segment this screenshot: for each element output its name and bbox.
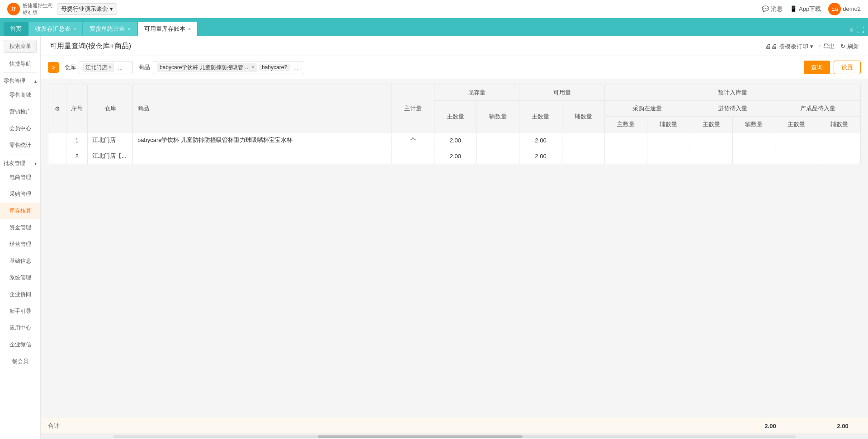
app-download-button[interactable]: App下载 — [790, 5, 821, 13]
template-print-button[interactable]: 🖨 按模板打印 — [765, 42, 813, 51]
cell-available-aux — [562, 132, 604, 148]
warehouse-input[interactable]: 江北门店 × ... — [79, 61, 133, 74]
product-tag2: babycare? — [259, 64, 290, 71]
footer-available-total: 2.00 — [825, 423, 861, 430]
print-icon: 🖨 — [765, 43, 777, 50]
avatar: Ea — [828, 3, 841, 15]
sidebar-item-wholesale[interactable]: 批发管理 — [0, 156, 40, 169]
product-tag-close[interactable]: × — [251, 64, 255, 71]
fullscreen-button[interactable]: ⛶ — [857, 26, 864, 34]
th-current-stock: 现存量 — [434, 85, 519, 101]
sidebar-item-new-guide[interactable]: 新手引导 — [0, 303, 40, 320]
cell-purchase-main — [604, 148, 647, 164]
close-icon[interactable] — [188, 26, 191, 32]
th-purchase-main: 主数量 — [604, 117, 647, 132]
product-input[interactable]: babycare学饮杯 儿童防摔防撞吸管杯重力球吸嘴杯宝宝水杯 × babyca… — [153, 61, 304, 74]
table-body: 1 江北门店 babycare学饮杯 儿童防摔防撞吸管杯重力球吸嘴杯宝宝水杯 个… — [48, 132, 861, 164]
sidebar-item-retail-mall[interactable]: 零售商城 — [0, 87, 40, 104]
cell-finished-main — [775, 148, 818, 164]
sidebar-item-vip[interactable]: 畅会员 — [0, 353, 40, 370]
company-selector[interactable]: 母婴行业演示账套 — [57, 3, 117, 15]
th-purchase-aux: 辅数量 — [647, 117, 690, 132]
sidebar-item-enterprise-wechat[interactable]: 企业微信 — [0, 336, 40, 353]
cell-inbound-aux — [732, 148, 775, 164]
message-button[interactable]: 消息 — [762, 5, 783, 13]
th-main-unit: 主计量 — [392, 85, 434, 132]
export-icon: ↑ — [819, 43, 822, 50]
sidebar-item-retail-stats[interactable]: 零售统计 — [0, 137, 40, 154]
tab-available-inventory[interactable]: 可用量库存账本 — [138, 22, 197, 36]
th-warehouse: 仓库 — [88, 85, 133, 132]
th-available-main-qty: 主数量 — [519, 101, 562, 132]
cell-inbound-main — [690, 132, 732, 148]
cell-current-aux — [477, 148, 519, 164]
tab-order-stats[interactable]: 要货单统计表 — [83, 22, 137, 36]
cell-warehouse: 江北门店 — [88, 132, 133, 148]
tab-receive-send[interactable]: 收发存汇总表 — [29, 22, 82, 36]
scrollbar-thumb[interactable] — [318, 435, 523, 438]
warehouse-filter-group: 仓库 江北门店 × ... — [64, 61, 133, 74]
tab-home[interactable]: 首页 — [4, 22, 28, 36]
logo-area: 好 畅捷通好生意 标准版 — [7, 2, 52, 15]
th-purchase-inbound: 采购在途量 — [604, 101, 690, 117]
cell-finished-main — [775, 132, 818, 148]
cell-main-unit — [392, 148, 434, 164]
sidebar-item-member[interactable]: 会员中心 — [0, 120, 40, 137]
user-profile[interactable]: Ea demo2 — [828, 3, 861, 15]
scrollbar-track[interactable] — [113, 435, 796, 438]
page-title: 可用量查询(按仓库+商品) — [50, 42, 131, 56]
close-icon[interactable] — [127, 26, 130, 32]
gear-icon — [55, 105, 60, 112]
close-all-tabs-button[interactable]: × — [849, 26, 854, 34]
sidebar-item-app-center[interactable]: 应用中心 — [0, 320, 40, 336]
cell-no: 2 — [66, 148, 88, 164]
close-icon[interactable] — [73, 26, 76, 32]
cell-inbound-aux — [732, 132, 775, 148]
chevron-down-icon — [810, 43, 813, 50]
refresh-button[interactable]: ↻ 刷新 — [840, 42, 859, 51]
sidebar-item-inventory[interactable]: 库存核算 — [0, 203, 40, 219]
warehouse-tag-close[interactable]: × — [108, 64, 112, 71]
sidebar-item-operations[interactable]: 经营管理 — [0, 236, 40, 253]
sidebar-item-basic-info[interactable]: 基础信息 — [0, 253, 40, 269]
cell-check — [48, 132, 66, 148]
th-inbound-aux: 辅数量 — [732, 117, 775, 132]
refresh-icon: ↻ — [840, 43, 845, 50]
sidebar-item-ecommerce[interactable]: 电商管理 — [0, 169, 40, 186]
table-footer: 合计 2.00 2.00 — [41, 418, 868, 434]
search-menu-button[interactable]: 搜索菜单 — [4, 40, 37, 53]
table-row: 2 江北门店【... 2.00 2.00 — [48, 148, 861, 164]
warehouse-more[interactable]: ... — [116, 64, 125, 71]
th-available-aux-qty: 辅数量 — [562, 101, 604, 132]
sidebar-item-finance[interactable]: 资金管理 — [0, 219, 40, 236]
top-bar-right: 消息 App下载 Ea demo2 — [762, 3, 861, 15]
cell-available-aux — [562, 148, 604, 164]
warehouse-label: 仓库 — [64, 63, 76, 71]
warehouse-tag: 江北门店 × — [83, 63, 114, 72]
message-icon — [762, 5, 769, 12]
sidebar-quick-nav[interactable]: 快捷导航 — [0, 57, 40, 71]
sidebar-item-purchase[interactable]: 采购管理 — [0, 186, 40, 203]
logo-icon: 好 — [7, 3, 20, 15]
cell-no: 1 — [66, 132, 88, 148]
sidebar-item-marketing[interactable]: 营销推广 — [0, 104, 40, 120]
product-more[interactable]: ... — [292, 64, 300, 71]
main-layout: 搜索菜单 快捷导航 零售管理 零售商城 营销推广 会员中心 零售统计 批发管理 — [0, 36, 868, 439]
export-button[interactable]: ↑ 导出 — [819, 42, 835, 51]
settings-button[interactable]: 设置 — [834, 61, 861, 74]
filter-toggle-button[interactable]: » — [48, 62, 59, 73]
sidebar-item-system[interactable]: 系统管理 — [0, 269, 40, 286]
sidebar-divider-2 — [4, 155, 37, 155]
th-available: 可用量 — [519, 85, 605, 101]
cell-check — [48, 148, 66, 164]
query-button[interactable]: 查询 — [804, 61, 830, 74]
sidebar-item-enterprise[interactable]: 企业协同 — [0, 286, 40, 303]
data-table: 序号 仓库 商品 主计量 现存量 — [48, 85, 861, 164]
sidebar-item-retail-mgmt[interactable]: 零售管理 — [0, 74, 40, 87]
th-settings[interactable] — [48, 85, 66, 132]
chevron-down-icon — [110, 5, 113, 12]
cell-purchase-aux — [647, 132, 690, 148]
app-icon — [790, 5, 797, 12]
th-forecast-inbound: 预计入库量 — [604, 85, 860, 101]
cell-product: babycare学饮杯 儿童防摔防撞吸管杯重力球吸嘴杯宝宝水杯 — [133, 132, 392, 148]
